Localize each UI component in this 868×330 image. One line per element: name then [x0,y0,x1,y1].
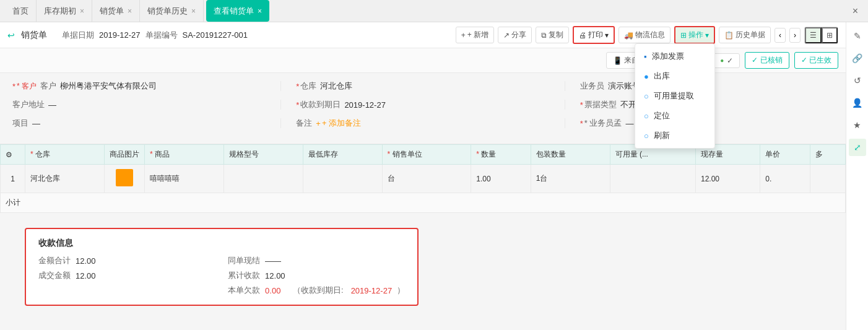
number-value: SA-20191227-001 [183,30,248,40]
tab-view-sales[interactable]: 查看销货单 × [206,0,269,22]
cell-available [610,165,695,193]
cell-seq: 1 [1,165,25,193]
check-button[interactable]: ✓ [713,53,740,68]
payment-section: 收款信息 金额合计 12.00 同单现结 —— 成交金额 12.00 [25,228,419,306]
tab-inventory-close[interactable]: × [80,7,84,15]
amount-value: 12.00 [76,256,96,266]
sidebar-refresh-icon[interactable]: ↺ [849,72,866,89]
operate-dropdown-wrapper: ⊞ 操作 ▾ ▪ 添加发票 ● 出库 [674,26,715,44]
field-divider-5 [280,118,281,128]
warehouse-field: * 仓库 河北仓库 [296,80,549,92]
cell-pack-qty: 1台 [531,165,610,193]
view-grid-button[interactable]: ⊞ [822,27,838,43]
same-order-label: 同单现结 [228,255,260,266]
sidebar-edit-icon[interactable]: ✎ [849,27,866,45]
form-section: * * 客户 客户 柳州粤港平安气体有限公司 * 仓库 河北仓库 业务员 演 [0,73,846,144]
table-container: ⚙ * 仓库 商品图片 * 商品 规格型号 最低库存 [0,144,846,213]
tab-sales-history-close[interactable]: × [191,7,196,15]
col-header-quantity: * 数量 [471,145,531,165]
tab-sales-close[interactable]: × [128,7,132,15]
dropdown-add-invoice[interactable]: ▪ 添加发票 [635,46,714,66]
sidebar-star-icon[interactable]: ★ [849,116,866,134]
operate-button[interactable]: ⊞ 操作 ▾ [674,26,715,44]
col-header-pack-qty: 包装数量 [531,145,610,165]
doc-icon: ↩ [7,30,15,40]
tab-inventory[interactable]: 库存期初 × [37,0,92,22]
payment-section-wrapper: 收款信息 金额合计 12.00 同单现结 —— 成交金额 12.00 [0,213,846,323]
field-divider-4 [565,100,565,110]
table-row: 1 河北仓库 嘻嘻嘻嘻 台 1.00 1台 12 [1,165,846,193]
prev-button[interactable]: ‹ [775,28,786,43]
check-icon: ✓ [727,56,733,65]
dropdown-outbound[interactable]: ● 出库 [635,66,714,86]
print-chevron-icon: ▾ [605,31,609,40]
total-received-row: 累计收款 12.00 [228,270,405,281]
view-list-button[interactable]: ☰ [805,27,822,43]
field-divider-6 [565,118,565,128]
dropdown-refresh[interactable]: ○ 刷新 [635,126,714,145]
tab-sales[interactable]: 销货单 × [92,0,140,22]
sidebar-link-icon[interactable]: 🔗 [849,50,866,67]
this-owed-note-text: （收款到期日: [293,285,344,296]
amount-label: 金额合计 [38,255,71,266]
dropdown-available-pickup[interactable]: ○ 可用量提取 [635,86,714,106]
payment-grid: 金额合计 12.00 同单现结 —— 成交金额 12.00 累计收款 [38,255,405,296]
operate-chevron-icon: ▾ [705,31,709,40]
this-owed-label: 本单欠款 [228,285,260,296]
print-dropdown: 🖨 打印 ▾ [573,26,615,44]
tab-view-sales-close[interactable]: × [258,7,262,15]
new-button[interactable]: + + 新增 [456,27,494,43]
cell-min-stock [303,165,382,193]
this-owed-close: ） [397,285,405,296]
same-order-value: —— [265,256,281,266]
col-header-product: * 商品 [144,145,224,165]
payment-date-value: 2019-12-27 [344,100,386,110]
tab-sales-history[interactable]: 销货单历史 × [140,0,204,22]
cell-more [810,165,845,193]
tab-home[interactable]: 首页 [5,0,37,22]
project-field: 项目 — [12,118,266,129]
print-button[interactable]: 🖨 打印 ▾ [573,26,615,44]
col-header-warehouse: * 仓库 [25,145,105,165]
customer-required: * [12,82,15,91]
project-value: — [32,119,40,128]
cell-unit-price: 0. [760,165,810,193]
copy-button[interactable]: ⧉ 复制 [536,27,569,43]
new-icon: + [461,31,466,40]
history-icon: 📋 [724,31,734,40]
doc-toolbar: ↩ 销货单 单据日期 2019-12-27 单据编号 SA-20191227-0… [0,22,846,48]
effect-button[interactable]: ✓ 已生效 [794,52,838,69]
sidebar-user-icon[interactable]: 👤 [849,94,866,111]
cell-stock: 12.00 [695,165,760,193]
transaction-label: 成交金额 [38,270,71,281]
this-owed-note [285,286,288,295]
col-header-seq: ⚙ [1,145,25,165]
print-icon: 🖨 [579,31,586,40]
col-header-spec: 规格型号 [224,145,303,165]
add-note-button[interactable]: + + 添加备注 [316,118,361,129]
salesperson-value: — [625,119,633,128]
next-button[interactable]: › [789,28,801,43]
table-header-row: ⚙ * 仓库 商品图片 * 商品 规格型号 最低库存 [1,145,846,165]
product-image [116,169,133,186]
warehouse-required: * [296,82,299,91]
cell-spec [224,165,303,193]
share-button[interactable]: ↗ 分享 [498,27,532,43]
address-value: — [48,100,56,110]
sidebar-expand-icon[interactable]: ⤢ [849,139,866,156]
cell-sales-unit: 台 [382,165,471,193]
share-icon: ↗ [503,31,510,40]
dropdown-locate[interactable]: ○ 定位 [635,106,714,126]
window-close-button[interactable]: × [848,6,863,17]
settings-icon[interactable]: ⚙ [6,150,12,159]
field-divider-3 [280,100,281,110]
same-order-row: 同单现结 —— [228,255,405,266]
field-divider-2 [565,81,565,91]
refresh-icon: ○ [644,131,649,141]
logistics-button[interactable]: 🚚 物流信息 [618,27,671,43]
date-label: 单据日期 [62,30,94,41]
history-button[interactable]: 📋 历史单据 [719,27,771,43]
note-field: 备注 + + 添加备注 [296,118,549,129]
cancel-button[interactable]: ✓ 已核销 [745,52,789,69]
total-received-label: 累计收款 [228,270,260,281]
